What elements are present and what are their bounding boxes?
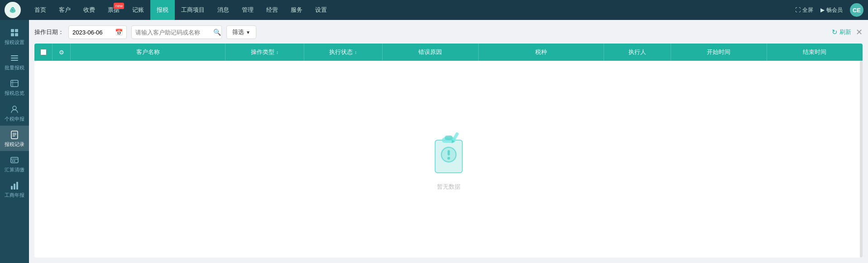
- table-header: ⚙ 客户名称 操作类型 ↕ 执行状态 ↕ 错误原因 税种: [34, 44, 863, 61]
- app-logo: [5, 2, 21, 18]
- svg-rect-2: [15, 29, 18, 32]
- nav-item-fee[interactable]: 收费: [77, 0, 101, 20]
- nav-item-settings[interactable]: 设置: [309, 0, 333, 20]
- toolbar: 操作日期： 📅 🔍 筛选 ▼ ↻ 刷新 ✕: [34, 25, 863, 39]
- fullscreen-icon: ⛶: [795, 7, 801, 13]
- search-icon: 🔍: [213, 29, 221, 36]
- svg-rect-5: [11, 55, 18, 56]
- new-badge: new: [114, 3, 124, 9]
- sidebar-item-tax-overview[interactable]: 报税总览: [0, 74, 29, 100]
- th-tax-type: 税种: [479, 44, 604, 61]
- nav-item-tax[interactable]: 报税: [150, 0, 175, 20]
- th-exec-status[interactable]: 执行状态 ↕: [304, 44, 383, 61]
- sidebar-label-tax-settings: 报税设置: [5, 39, 24, 45]
- svg-point-18: [12, 160, 14, 161]
- svg-rect-29: [447, 150, 450, 156]
- th-start-time: 开始时间: [671, 44, 767, 61]
- sidebar-label-settlement: 汇算清缴: [5, 167, 24, 173]
- nav-item-home[interactable]: 首页: [28, 0, 53, 20]
- search-input[interactable]: [135, 29, 211, 36]
- th-end-time: 结束时间: [767, 44, 863, 61]
- filter-label: 筛选: [232, 28, 244, 36]
- select-all-checkbox[interactable]: [40, 49, 47, 55]
- svg-point-19: [14, 160, 15, 161]
- refresh-button[interactable]: ↻ 刷新: [832, 28, 851, 36]
- sidebar-item-batch-tax[interactable]: 批量报税: [0, 49, 29, 74]
- th-executor: 执行人: [604, 44, 671, 61]
- svg-rect-1: [11, 29, 14, 32]
- optype-sort-icon: ↕: [276, 50, 278, 55]
- personal-tax-icon: [9, 104, 20, 115]
- tax-record-icon: [9, 129, 20, 140]
- refresh-icon: ↻: [832, 28, 838, 36]
- annual-report-icon: [9, 180, 20, 191]
- nav-item-bookkeeping[interactable]: 记账: [126, 0, 150, 20]
- nav-items-list: 首页 客户 收费 票据 new 记账 报税 工商项目 消息 管理 经营 服务 设…: [28, 0, 795, 20]
- user-avatar[interactable]: CE: [850, 3, 863, 17]
- top-navigation: 首页 客户 收费 票据 new 记账 报税 工商项目 消息 管理 经营 服务 设…: [0, 0, 868, 20]
- empty-illustration: [424, 127, 474, 177]
- batch-tax-icon: [9, 53, 20, 63]
- th-customer-name: 客户名称: [71, 44, 225, 61]
- empty-state: 暂无数据: [424, 127, 474, 191]
- sidebar-item-annual-report[interactable]: 工商年报: [0, 176, 29, 202]
- th-checkbox[interactable]: [34, 44, 53, 61]
- svg-rect-22: [16, 182, 18, 190]
- nav-item-message[interactable]: 消息: [211, 0, 235, 20]
- empty-text: 暂无数据: [437, 183, 460, 191]
- svg-rect-26: [445, 136, 453, 140]
- data-table: ⚙ 客户名称 操作类型 ↕ 执行状态 ↕ 错误原因 税种: [34, 44, 863, 258]
- date-label: 操作日期：: [34, 28, 64, 36]
- sidebar-label-annual-report: 工商年报: [5, 192, 24, 198]
- sidebar-item-tax-settings[interactable]: 报税设置: [0, 24, 29, 49]
- settlement-icon: [9, 155, 20, 166]
- main-layout: 报税设置 批量报税 报税总览: [0, 20, 868, 263]
- sidebar-item-settlement[interactable]: 汇算清缴: [0, 151, 29, 176]
- sidebar-label-batch-tax: 批量报税: [5, 65, 24, 71]
- nav-right-area: ⛶ 全屏 ▶ 畅会员 CE: [795, 3, 863, 17]
- sidebar-item-personal-tax[interactable]: 个税申报: [0, 100, 29, 126]
- sidebar-label-personal-tax: 个税申报: [5, 116, 24, 122]
- th-op-type[interactable]: 操作类型 ↕: [225, 44, 304, 61]
- chevron-down-icon: ▼: [246, 30, 250, 35]
- date-input-wrapper[interactable]: 📅: [68, 25, 127, 39]
- close-button[interactable]: ✕: [856, 28, 863, 36]
- svg-point-11: [13, 106, 16, 110]
- left-sidebar: 报税设置 批量报税 报税总览: [0, 20, 29, 263]
- svg-rect-6: [11, 58, 18, 58]
- th-gear[interactable]: ⚙: [53, 44, 71, 61]
- fullscreen-button[interactable]: ⛶ 全屏: [795, 6, 813, 14]
- main-content: 操作日期： 📅 🔍 筛选 ▼ ↻ 刷新 ✕: [29, 20, 868, 263]
- filter-button[interactable]: 筛选 ▼: [226, 25, 256, 39]
- svg-rect-8: [11, 80, 18, 87]
- date-input[interactable]: [72, 29, 113, 36]
- sidebar-label-tax-overview: 报税总览: [5, 90, 24, 96]
- sidebar-item-tax-record[interactable]: 报税记录: [0, 126, 29, 151]
- svg-rect-7: [11, 60, 18, 61]
- svg-rect-16: [11, 157, 18, 163]
- execstatus-sort-icon: ↕: [355, 50, 357, 55]
- svg-rect-21: [14, 184, 15, 190]
- sidebar-label-tax-record: 报税记录: [5, 141, 24, 147]
- calendar-icon: 📅: [115, 29, 123, 36]
- tax-settings-icon: [9, 27, 20, 38]
- nav-item-invoice[interactable]: 票据 new: [101, 0, 126, 20]
- nav-item-service[interactable]: 服务: [284, 0, 309, 20]
- table-scrollbar[interactable]: [860, 61, 863, 258]
- search-wrapper[interactable]: 🔍: [131, 25, 222, 39]
- svg-rect-20: [11, 186, 13, 190]
- svg-rect-3: [11, 33, 14, 36]
- gear-icon: ⚙: [59, 49, 64, 56]
- member-button[interactable]: ▶ 畅会员: [820, 6, 843, 14]
- nav-item-client[interactable]: 客户: [53, 0, 77, 20]
- nav-item-operation[interactable]: 经营: [260, 0, 284, 20]
- th-error-reason: 错误原因: [383, 44, 479, 61]
- svg-point-30: [447, 157, 450, 160]
- play-icon: ▶: [820, 7, 825, 13]
- svg-rect-4: [15, 33, 18, 36]
- nav-item-bizproject[interactable]: 工商项目: [175, 0, 211, 20]
- toolbar-right: ↻ 刷新 ✕: [832, 28, 863, 36]
- nav-item-manage[interactable]: 管理: [235, 0, 260, 20]
- tax-overview-icon: [9, 78, 20, 89]
- table-body: 暂无数据: [34, 61, 863, 258]
